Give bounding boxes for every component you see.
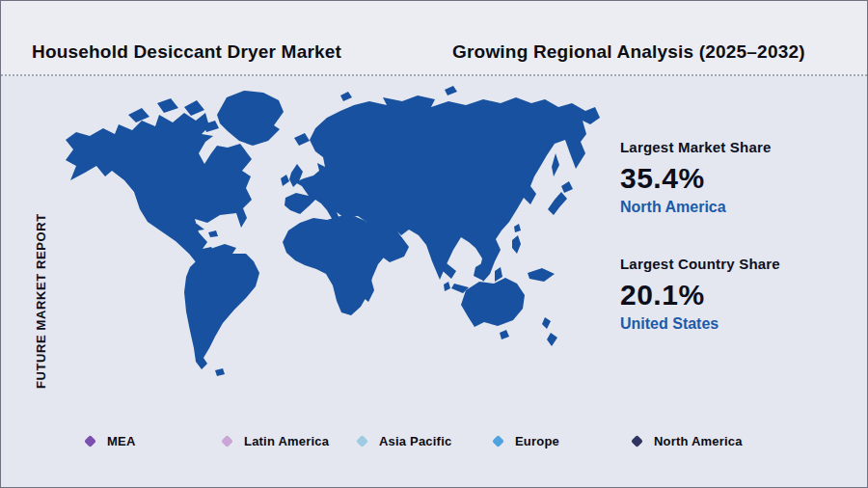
stat-region: United States xyxy=(620,315,861,333)
legend-item-europe: Europe xyxy=(494,431,559,450)
stat-label: Largest Country Share xyxy=(620,256,861,272)
legend-label: North America xyxy=(654,434,743,448)
header: Household Desiccant Dryer Market Growing… xyxy=(1,1,867,76)
legend-item-asia-pacific: Asia Pacific xyxy=(358,431,451,450)
page-title-left: Household Desiccant Dryer Market xyxy=(32,41,341,63)
stat-largest-market-share: Largest Market Share 35.4% North America xyxy=(620,139,861,216)
mea-diamond-icon xyxy=(84,435,96,447)
latin-america-diamond-icon xyxy=(221,435,233,447)
map-greenland xyxy=(217,91,310,146)
page-title-right: Growing Regional Analysis (2025–2032) xyxy=(452,41,805,63)
legend-item-north-america: North America xyxy=(633,431,743,450)
legend-item-mea: MEA xyxy=(86,431,136,450)
region-legend: MEA Latin America Asia Pacific Europe No… xyxy=(1,431,867,452)
brand-vertical-text: FUTURE MARKET REPORT xyxy=(34,213,48,389)
legend-label: MEA xyxy=(107,434,136,448)
north-america-diamond-icon xyxy=(631,435,643,447)
legend-item-latin-america: Latin America xyxy=(223,431,329,450)
stat-label: Largest Market Share xyxy=(620,139,861,155)
legend-label: Asia Pacific xyxy=(379,434,451,448)
stat-largest-country-share: Largest Country Share 20.1% United State… xyxy=(620,256,861,333)
map-australia xyxy=(461,278,557,346)
asia-pacific-diamond-icon xyxy=(356,435,368,447)
map-south-america xyxy=(184,244,259,376)
europe-diamond-icon xyxy=(492,435,504,447)
map-north-america xyxy=(66,113,252,267)
legend-label: Latin America xyxy=(244,434,329,448)
stat-value: 20.1% xyxy=(620,279,861,312)
infographic-frame: Household Desiccant Dryer Market Growing… xyxy=(0,0,868,488)
world-map xyxy=(61,84,615,393)
legend-label: Europe xyxy=(515,434,559,448)
stat-value: 35.4% xyxy=(620,162,861,195)
world-map-svg xyxy=(61,84,615,393)
stat-region: North America xyxy=(620,199,861,216)
